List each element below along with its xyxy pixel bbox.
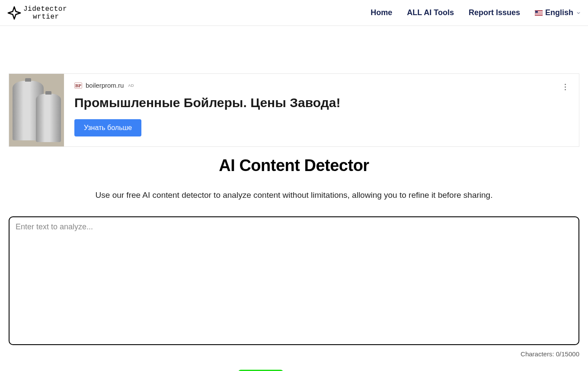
logo-text-line-2: wrtier bbox=[23, 13, 67, 20]
ad-image-content bbox=[36, 94, 61, 142]
sparkle-icon bbox=[7, 6, 22, 20]
main-nav: Home ALL AI Tools Report Issues English bbox=[371, 8, 581, 17]
ad-image bbox=[9, 74, 64, 146]
analyze-textarea[interactable] bbox=[10, 217, 578, 342]
ad-body: BP boilerprom.ru AD Промышленные Бойлеры… bbox=[64, 74, 579, 146]
ad-cta-button[interactable]: Узнать больше bbox=[74, 119, 141, 136]
page-subtitle: Use our free AI content detector to anal… bbox=[9, 190, 579, 200]
vertical-dots-icon bbox=[565, 84, 566, 90]
character-counter: Characters: 0/15000 bbox=[9, 350, 579, 358]
nav-home[interactable]: Home bbox=[371, 8, 392, 17]
ad-favicon: BP bbox=[74, 82, 82, 89]
page-title: AI Content Detector bbox=[9, 156, 579, 175]
ad-banner[interactable]: BP boilerprom.ru AD Промышленные Бойлеры… bbox=[9, 73, 579, 147]
analyze-panel bbox=[9, 216, 579, 345]
site-logo[interactable]: Jidetector wrtier bbox=[7, 6, 67, 20]
site-header: Jidetector wrtier Home ALL AI Tools Repo… bbox=[0, 0, 588, 26]
logo-text-line-1: Jidetector bbox=[23, 6, 67, 13]
ad-source-domain: boilerprom.ru bbox=[86, 82, 124, 89]
ad-source-row: BP boilerprom.ru AD bbox=[74, 82, 569, 89]
us-flag-icon bbox=[535, 10, 543, 16]
ad-title: Промышленные Бойлеры. Цены Завода! bbox=[74, 95, 569, 111]
char-counter-value: 0/15000 bbox=[556, 350, 579, 358]
chevron-down-icon bbox=[576, 10, 581, 16]
ad-options-button[interactable] bbox=[560, 82, 570, 92]
language-label: English bbox=[545, 8, 573, 17]
nav-report-issues[interactable]: Report Issues bbox=[469, 8, 520, 17]
nav-all-ai-tools[interactable]: ALL AI Tools bbox=[407, 8, 454, 17]
logo-text: Jidetector wrtier bbox=[23, 6, 67, 20]
char-counter-label: Characters: bbox=[521, 350, 554, 358]
ad-badge: AD bbox=[128, 83, 134, 88]
language-selector[interactable]: English bbox=[535, 8, 581, 17]
